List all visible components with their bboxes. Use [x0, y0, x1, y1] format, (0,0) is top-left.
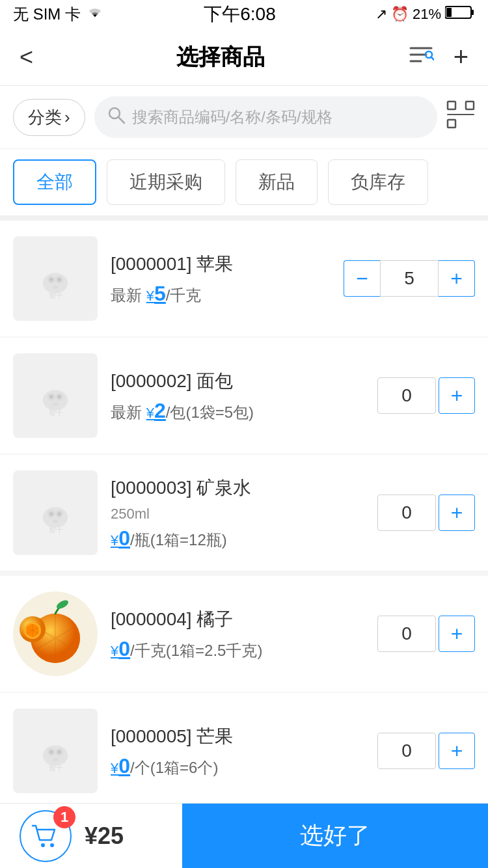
product-info-3: [0000003] 矿泉水 250ml ¥0/瓶(1箱=12瓶)	[111, 476, 364, 550]
svg-point-75	[41, 843, 45, 847]
svg-point-53	[50, 751, 53, 753]
svg-text:智十: 智十	[49, 526, 63, 534]
product-info-2: [0000002] 面包 最新 ¥2/包(1袋=5包)	[111, 369, 364, 423]
tab-all[interactable]: 全部	[13, 159, 96, 205]
status-right: ↗ ⏰ 21%	[375, 5, 475, 23]
tab-negative[interactable]: 负库存	[328, 159, 428, 205]
product-list: 智十 [0000001] 苹果 最新 ¥5/千克 − +	[0, 221, 488, 868]
cart-badge: 1	[53, 806, 75, 828]
product-name-3: [0000003] 矿泉水	[111, 476, 364, 500]
svg-point-20	[58, 278, 61, 281]
qty-plus-4[interactable]: +	[439, 616, 475, 652]
category-chevron-icon: ›	[64, 107, 70, 128]
svg-point-29	[58, 396, 61, 398]
svg-point-23	[43, 390, 68, 411]
cart-icon-wrap[interactable]: 1	[20, 810, 72, 862]
svg-point-54	[58, 751, 61, 753]
qty-input-4[interactable]	[377, 616, 436, 652]
product-info-5: [0000005] 芒果 ¥0/个(1箱=6个)	[111, 724, 364, 778]
svg-rect-11	[466, 102, 474, 109]
svg-point-32	[43, 507, 68, 528]
qty-plus-2[interactable]: +	[439, 377, 475, 414]
svg-point-55	[53, 758, 59, 761]
qty-input-3[interactable]	[377, 495, 436, 531]
product-info-1: [0000001] 苹果 最新 ¥5/千克	[111, 252, 331, 306]
qty-input-1[interactable]	[380, 260, 439, 297]
qty-control-2: +	[377, 377, 475, 414]
svg-text:智十: 智十	[49, 292, 63, 299]
qty-control-4: +	[377, 616, 475, 652]
qty-control-1: − +	[344, 260, 475, 297]
svg-point-30	[53, 403, 59, 406]
product-image-2: 智十	[13, 353, 98, 438]
svg-point-14	[43, 273, 68, 293]
nav-actions: +	[408, 42, 468, 72]
battery-icon	[445, 5, 475, 23]
tab-new[interactable]: 新品	[236, 159, 318, 205]
cart-section: 1 ¥25	[0, 810, 182, 862]
svg-rect-12	[448, 120, 455, 128]
product-image-5: 智十	[13, 709, 98, 793]
bottom-bar: 1 ¥25 选好了	[0, 803, 488, 868]
product-name-2: [0000002] 面包	[111, 369, 364, 394]
back-button[interactable]: <	[20, 44, 33, 71]
tab-row: 全部 近期采购 新品 负库存	[0, 149, 488, 221]
svg-point-48	[43, 745, 68, 766]
qty-plus-5[interactable]: +	[439, 733, 475, 769]
qty-plus-3[interactable]: +	[439, 495, 475, 531]
product-price-3: ¥0/瓶(1箱=12瓶)	[111, 526, 364, 550]
product-item-1: 智十 [0000001] 苹果 最新 ¥5/千克 − +	[0, 221, 488, 336]
svg-text:智十: 智十	[49, 764, 63, 772]
svg-rect-10	[448, 102, 455, 109]
filter-icon[interactable]	[408, 44, 434, 70]
product-name-5: [0000005] 芒果	[111, 724, 364, 749]
product-price-2: 最新 ¥2/包(1袋=5包)	[111, 399, 364, 423]
filter-row: 分类 › 搜索商品编码/名称/条码/规格	[0, 86, 488, 149]
search-placeholder: 搜索商品编码/名称/条码/规格	[132, 107, 332, 128]
wifi-icon	[86, 5, 104, 23]
svg-point-76	[50, 843, 54, 847]
product-item-5: 智十 [0000005] 芒果 ¥0/个(1箱=6个) +	[0, 693, 488, 809]
svg-rect-2	[446, 8, 452, 17]
product-name-4: [0000004] 橘子	[111, 607, 364, 632]
alarm-icon: ⏰	[391, 6, 409, 23]
svg-rect-1	[471, 10, 474, 15]
qty-plus-1[interactable]: +	[439, 260, 475, 297]
product-image-1: 智十	[13, 236, 98, 321]
search-box[interactable]: 搜索商品编码/名称/条码/规格	[94, 96, 437, 138]
svg-text:智十: 智十	[49, 409, 63, 416]
qty-input-2[interactable]	[377, 377, 436, 414]
svg-point-37	[50, 513, 53, 515]
product-image-4	[13, 591, 98, 676]
tab-recent[interactable]: 近期采购	[107, 159, 225, 205]
product-price-4: ¥0/千克(1箱=2.5千克)	[111, 637, 364, 661]
svg-point-28	[50, 396, 53, 398]
product-item-3: 智十 [0000003] 矿泉水 250ml ¥0/瓶(1箱=12瓶) +	[0, 455, 488, 571]
qty-minus-1[interactable]: −	[344, 260, 380, 297]
status-bar: 无 SIM 卡 下午6:08 ↗ ⏰ 21%	[0, 0, 488, 29]
svg-line-9	[118, 117, 124, 123]
product-spec-3: 250ml	[111, 506, 364, 522]
svg-point-39	[53, 520, 59, 523]
qty-input-5[interactable]	[377, 733, 436, 769]
product-image-3: 智十	[13, 470, 98, 555]
battery-label: 21%	[413, 6, 441, 23]
status-time: 下午6:08	[204, 2, 276, 27]
svg-point-19	[50, 278, 53, 281]
page-title: 选择商品	[176, 42, 265, 72]
add-button[interactable]: +	[454, 42, 468, 72]
scan-icon[interactable]	[446, 100, 475, 134]
product-item-4: [0000004] 橘子 ¥0/千克(1箱=2.5千克) +	[0, 576, 488, 692]
location-icon: ↗	[375, 6, 387, 23]
svg-point-21	[53, 286, 59, 289]
product-item-2: 智十 [0000002] 面包 最新 ¥2/包(1袋=5包) +	[0, 338, 488, 454]
status-left: 无 SIM 卡	[13, 4, 104, 25]
search-icon	[107, 106, 126, 129]
category-button[interactable]: 分类 ›	[13, 99, 85, 136]
product-info-4: [0000004] 橘子 ¥0/千克(1箱=2.5千克)	[111, 607, 364, 661]
product-name-1: [0000001] 苹果	[111, 252, 331, 277]
qty-control-3: +	[377, 495, 475, 531]
confirm-button[interactable]: 选好了	[182, 804, 488, 869]
svg-line-7	[431, 57, 434, 61]
category-label: 分类	[28, 106, 62, 129]
